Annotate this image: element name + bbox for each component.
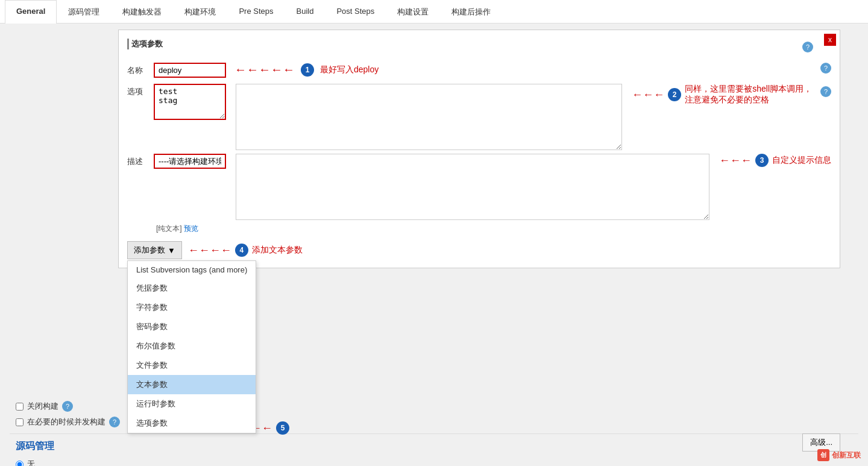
annotation-text-1: 最好写入deploy xyxy=(320,65,379,75)
arrow-3: ←←← xyxy=(719,154,752,167)
preview-link[interactable]: 预览 xyxy=(184,224,198,233)
tab-source[interactable]: 源码管理 xyxy=(57,0,111,24)
section-help-icon[interactable]: ? xyxy=(802,42,813,52)
tab-postbuild[interactable]: 构建后操作 xyxy=(440,0,502,24)
add-param-annotation: ←←←← 4 添加文本参数 xyxy=(188,244,303,257)
checkbox-1[interactable] xyxy=(16,418,24,426)
checkbox-label-1: 在必要的时候并发构建 xyxy=(27,417,105,427)
dropdown-item-6[interactable]: 文本参数 xyxy=(128,375,256,394)
option-label: 选项 xyxy=(127,84,151,97)
arrow-2: ←←← xyxy=(632,89,664,101)
desc-input[interactable] xyxy=(154,154,226,169)
add-param-label: 添加参数 xyxy=(134,245,165,256)
tab-env[interactable]: 构建环境 xyxy=(173,0,227,24)
desc-field: 描述 xyxy=(127,154,226,169)
watermark-text: 创新互联 xyxy=(832,450,861,461)
dropdown-item-0[interactable]: List Subversion tags (and more) xyxy=(128,261,256,279)
name-annotation: ←←←←← 1 最好写入deploy xyxy=(231,63,812,77)
annotation-num-1: 1 xyxy=(301,63,314,77)
desc-row: 描述 ←←← 3 自定义提示信息 xyxy=(127,154,831,220)
radio-none-label: 无 xyxy=(27,459,35,466)
annotation-num-2: 2 xyxy=(668,88,681,101)
add-param-button[interactable]: 添加参数 ▼ xyxy=(127,241,182,259)
annotation-text-2: 同样，这里需要被shell脚本调用， 注意避免不必要的空格 xyxy=(685,84,812,105)
option-row: 选项 ←←← 2 同样，这里需要被shell脚本调用， 注意避免不必要的空格 ? xyxy=(127,84,831,150)
option-params-section: x 选项参数 ? 名称 ←←←←← 1 最好写入deploy ? xyxy=(118,30,840,268)
annotation-num-3: 3 xyxy=(755,154,769,167)
source-title: 源码管理 xyxy=(16,440,852,453)
tab-settings[interactable]: 构建设置 xyxy=(386,0,440,24)
name-field: 名称 xyxy=(127,63,226,78)
dropdown-item-2[interactable]: 字符参数 xyxy=(128,298,256,317)
plain-text-label: [纯文本] xyxy=(156,224,182,233)
dropdown-item-3[interactable]: 密码参数 xyxy=(128,317,256,336)
arrow-4: ←←←← xyxy=(188,244,231,257)
arrow-1: ←←←←← xyxy=(234,63,295,77)
radio-none-row: 无 xyxy=(16,459,852,466)
dropdown-item-7[interactable]: 运行时参数 xyxy=(128,394,256,414)
dropdown-item-8[interactable]: 选项参数 xyxy=(128,414,256,433)
add-param-row: 添加参数 ▼ ←←←← 4 添加文本参数 List Subversion tag… xyxy=(127,241,831,259)
plain-text-row: [纯文本] 预览 xyxy=(156,224,831,234)
section-title: 选项参数 xyxy=(127,39,163,49)
option-help-icon[interactable]: ? xyxy=(820,86,831,97)
annotation-text-3: 自定义提示信息 xyxy=(772,155,831,166)
desc-label: 描述 xyxy=(127,154,151,167)
name-row: 名称 ←←←←← 1 最好写入deploy ? xyxy=(127,63,831,78)
name-help-icon[interactable]: ? xyxy=(820,63,831,74)
annotation-num-4: 4 xyxy=(235,244,248,257)
tab-trigger[interactable]: 构建触发器 xyxy=(111,0,173,24)
dropdown-item-4[interactable]: 布尔值参数 xyxy=(128,336,256,356)
watermark-icon: 创 xyxy=(817,449,829,461)
tab-general[interactable]: General xyxy=(5,0,57,24)
checkbox-label-0: 关闭构建 xyxy=(27,401,58,412)
option-right-area[interactable] xyxy=(236,84,622,150)
desc-right-area[interactable] xyxy=(236,154,709,220)
option-input[interactable] xyxy=(154,84,226,120)
close-button[interactable]: x xyxy=(824,34,836,46)
name-input[interactable] xyxy=(154,63,226,78)
annotation-text-4: 添加文本参数 xyxy=(252,245,303,256)
main-content: x 选项参数 ? 名称 ←←←←← 1 最好写入deploy ? xyxy=(0,24,868,466)
tab-presteps[interactable]: Pre Steps xyxy=(227,0,285,24)
top-nav: General 源码管理 构建触发器 构建环境 Pre Steps Build … xyxy=(0,0,868,24)
radio-none[interactable] xyxy=(16,461,24,467)
checkbox-1-help[interactable]: ? xyxy=(109,417,120,427)
add-param-arrow: ▼ xyxy=(168,246,175,255)
desc-annotation: ←←← 3 自定义提示信息 xyxy=(714,154,831,167)
tab-build[interactable]: Build xyxy=(285,0,326,24)
option-field: 选项 xyxy=(127,84,226,120)
checkbox-0-help[interactable]: ? xyxy=(62,401,73,412)
dropdown-menu: List Subversion tags (and more) 凭据参数 字符参… xyxy=(127,260,256,433)
checkbox-0[interactable] xyxy=(16,403,24,411)
option-annotation: ←←← 2 同样，这里需要被shell脚本调用， 注意避免不必要的空格 xyxy=(627,84,812,105)
name-label: 名称 xyxy=(127,63,151,76)
dropdown-item-5[interactable]: 文件参数 xyxy=(128,356,256,375)
watermark: 创 创新互联 xyxy=(817,449,861,461)
tab-poststeps[interactable]: Post Steps xyxy=(325,0,386,24)
source-management-section: 源码管理 无 Git xyxy=(10,433,858,466)
dropdown-item-1[interactable]: 凭据参数 xyxy=(128,279,256,298)
annotation-num-5: 5 xyxy=(276,421,289,435)
